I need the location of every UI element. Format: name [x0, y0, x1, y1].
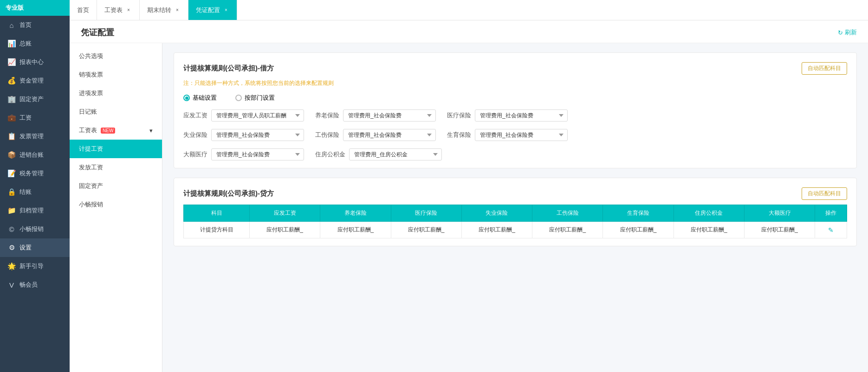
left-nav-credit-invoice[interactable]: 销项发票 — [70, 65, 162, 84]
expand-icon: ▾ — [149, 127, 153, 134]
sidebar-item-label: 报表中心 — [19, 58, 44, 66]
label-dale: 大额医疗 — [183, 150, 207, 159]
radio-circle-basic — [183, 95, 190, 101]
select-ylbx[interactable]: 管理费用_社会保险费 — [343, 109, 436, 122]
sidebar-item-tax-mgmt[interactable]: 📝 税务管理 — [0, 164, 70, 183]
section-credit-rules: 计提核算规则(公司承担)-贷方 自动匹配科目 科目 应发工资 养老保险 医疗保险… — [174, 178, 857, 246]
sidebar: 专业版 ⌂ 首页 📊 总账 📈 报表中心 💰 资金管理 🏢 固定资产 💼 工资 … — [0, 0, 70, 372]
sidebar-item-invoice-mgmt[interactable]: 📋 发票管理 — [0, 127, 70, 146]
sidebar-item-archive-mgmt[interactable]: 📁 归档管理 — [0, 201, 70, 220]
sidebar-item-vip[interactable]: V 畅会员 — [0, 276, 70, 294]
tab-period-close[interactable]: 期末结转 × — [140, 0, 188, 20]
sidebar-item-label: 资金管理 — [19, 77, 44, 85]
radio-circle-dept — [235, 95, 242, 101]
close-voucher-config-tab[interactable]: × — [223, 7, 229, 13]
select-yfgz[interactable]: 管理费用_管理人员职工薪酬 — [211, 109, 304, 122]
label-sybx2: 生育保险 — [447, 131, 471, 139]
left-nav-fixed-assets-nav[interactable]: 固定资产 — [70, 177, 162, 195]
fixed-assets-icon: 🏢 — [7, 95, 16, 103]
left-nav-payroll-table[interactable]: 工资表 NEW ▾ — [70, 121, 162, 140]
funds-icon: 💰 — [7, 77, 16, 85]
sidebar-item-home[interactable]: ⌂ 首页 — [0, 16, 70, 34]
radio-dept-settings[interactable]: 按部门设置 — [235, 94, 275, 102]
sidebar-item-new-guide[interactable]: 🌟 新手引导 — [0, 257, 70, 276]
purchase-sales-icon: 📦 — [7, 151, 16, 159]
cell-gsbx: 应付职工薪酬_ — [532, 222, 603, 238]
topbar: 首页 工资表 × 期末结转 × 凭证配置 × — [70, 0, 868, 20]
cell-edit[interactable]: ✎ — [815, 222, 847, 238]
select-ylbx2[interactable]: 管理费用_社会保险费 — [475, 109, 568, 122]
col-header-gsbx: 工伤保险 — [532, 205, 603, 222]
sidebar-item-label: 总账 — [19, 39, 32, 48]
sidebar-item-label: 设置 — [19, 244, 32, 252]
tax-icon: 📝 — [7, 169, 16, 178]
section1-note: 注：只能选择一种方式，系统将按照您当前的选择来配置规则 — [183, 79, 847, 87]
sidebar-item-label: 小畅报销 — [19, 225, 44, 233]
refresh-button[interactable]: ↻ 刷新 — [838, 28, 857, 37]
credit-rules-table: 科目 应发工资 养老保险 医疗保险 失业保险 工伤保险 生育保险 住房公积金 大… — [183, 205, 847, 238]
radio-basic-settings[interactable]: 基础设置 — [183, 94, 217, 102]
sidebar-item-xiao-chang-expense[interactable]: © 小畅报销 — [0, 220, 70, 238]
form-row-1-3: 大额医疗 管理费用_社会保险费 住房公积金 — [183, 148, 847, 160]
sidebar-item-label: 固定资产 — [19, 95, 44, 103]
radio-group-1: 基础设置 按部门设置 — [183, 94, 847, 102]
left-nav-accrual-payroll[interactable]: 计提工资 — [70, 140, 162, 158]
ledger-icon: 📊 — [7, 39, 16, 48]
left-nav-journal[interactable]: 日记账 — [70, 103, 162, 121]
select-dale[interactable]: 管理费用_社会保险费 — [211, 148, 304, 160]
select-zfgjj[interactable]: 管理费用_住房公积金 — [349, 148, 442, 160]
settings-icon: ⚙ — [7, 244, 16, 252]
select-wrapper-sybx2: 管理费用_社会保险费 — [475, 129, 568, 141]
edit-icon[interactable]: ✎ — [828, 226, 834, 234]
sidebar-item-label: 归档管理 — [19, 206, 44, 215]
sidebar-item-reports[interactable]: 📈 报表中心 — [0, 53, 70, 71]
col-header-op: 操作 — [815, 205, 847, 222]
select-gsbx[interactable]: 管理费用_社会保险费 — [343, 129, 436, 141]
sidebar-item-label: 税务管理 — [19, 169, 44, 178]
sidebar-item-funds[interactable]: 💰 资金管理 — [0, 71, 70, 90]
tab-home-label: 首页 — [77, 6, 89, 14]
cell-dale: 应付职工薪酬_ — [744, 222, 815, 238]
content-layout: 公共选项 销项发票 进项发票 日记账 工资表 NEW ▾ — [70, 43, 868, 372]
auto-match-btn-2[interactable]: 自动匹配科目 — [802, 187, 847, 200]
cell-zfgjj: 应付职工薪酬_ — [674, 222, 744, 238]
col-header-zfgjj: 住房公积金 — [674, 205, 744, 222]
tab-payroll[interactable]: 工资表 × — [97, 0, 140, 20]
form-rows-1: 应发工资 管理费用_管理人员职工薪酬 养老保险 — [183, 109, 847, 160]
form-item-sybx2: 生育保险 管理费用_社会保险费 — [447, 129, 568, 141]
left-nav-public-options[interactable]: 公共选项 — [70, 47, 162, 65]
sidebar-item-settings[interactable]: ⚙ 设置 — [0, 238, 70, 257]
tab-voucher-config[interactable]: 凭证配置 × — [188, 0, 237, 20]
left-nav-xiao-chang-expense[interactable]: 小畅报销 — [70, 195, 162, 214]
section2-title: 计提核算规则(公司承担)-贷方 — [183, 189, 274, 198]
cell-sybx2: 应付职工薪酬_ — [603, 222, 674, 238]
col-header-sybx2: 生育保险 — [603, 205, 674, 222]
col-header-ylbx2: 医疗保险 — [391, 205, 461, 222]
left-nav: 公共选项 销项发票 进项发票 日记账 工资表 NEW ▾ — [70, 43, 162, 372]
sidebar-item-payroll[interactable]: 💼 工资 — [0, 109, 70, 127]
close-period-close-tab[interactable]: × — [174, 7, 181, 13]
payroll-icon: 💼 — [7, 114, 16, 122]
section2-header: 计提核算规则(公司承担)-贷方 自动匹配科目 — [183, 187, 847, 200]
select-wrapper-ylbx2: 管理费用_社会保险费 — [475, 109, 568, 122]
tab-period-close-label: 期末结转 — [147, 6, 171, 14]
select-sybx[interactable]: 管理费用_社会保险费 — [211, 129, 304, 141]
label-yfgz: 应发工资 — [183, 111, 207, 120]
sidebar-item-fixed-assets[interactable]: 🏢 固定资产 — [0, 90, 70, 109]
left-nav-issue-payroll[interactable]: 发放工资 — [70, 158, 162, 177]
label-ylbx: 养老保险 — [315, 111, 339, 120]
left-nav-debit-invoice[interactable]: 进项发票 — [70, 84, 162, 103]
label-sybx: 失业保险 — [183, 131, 207, 139]
main-area: 首页 工资表 × 期末结转 × 凭证配置 × 凭证配置 ↻ 刷新 — [70, 0, 868, 372]
form-item-yfgz: 应发工资 管理费用_管理人员职工薪酬 — [183, 109, 304, 122]
sidebar-item-purchase-sales[interactable]: 📦 进销台账 — [0, 146, 70, 164]
sidebar-item-closing[interactable]: 🔒 结账 — [0, 183, 70, 201]
close-payroll-tab[interactable]: × — [125, 7, 132, 13]
auto-match-btn-1[interactable]: 自动匹配科目 — [802, 62, 847, 75]
select-sybx2[interactable]: 管理费用_社会保险费 — [475, 129, 568, 141]
label-ylbx2: 医疗保险 — [447, 111, 471, 120]
tab-home[interactable]: 首页 — [70, 0, 97, 20]
label-gsbx: 工伤保险 — [315, 131, 339, 139]
select-wrapper-gsbx: 管理费用_社会保险费 — [343, 129, 436, 141]
sidebar-item-general-ledger[interactable]: 📊 总账 — [0, 34, 70, 53]
